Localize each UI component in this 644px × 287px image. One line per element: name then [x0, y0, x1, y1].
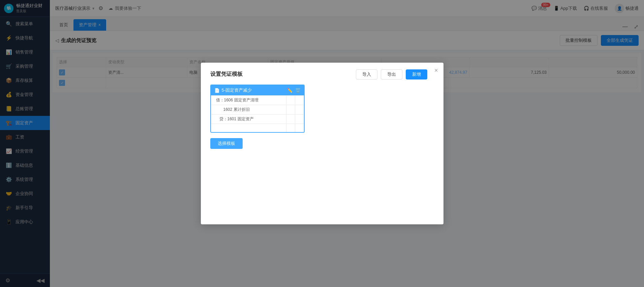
choose-template-btn[interactable]: 选择模板	[210, 138, 243, 149]
template-delete-icon[interactable]: 🗑️	[295, 88, 301, 93]
template-name: 5-固定资产减少	[222, 87, 252, 93]
new-template-btn[interactable]: 新增	[406, 69, 427, 79]
template-table-row: 贷：1601 固定资产	[211, 115, 304, 124]
template-table: 借：1606 固定资产清理 1602 累计折旧 贷：1601 固定资产	[211, 95, 304, 132]
modal-overlay: 设置凭证模板 导入 导出 新增 × 📄 5-固定资产减少 ✏️ 🗑️	[0, 0, 644, 287]
template-table-row: 1602 累计折旧	[211, 105, 304, 115]
modal-toolbar: 导入 导出 新增	[356, 69, 427, 79]
debit-prefix: 借：1606 固定资产清理	[211, 96, 286, 105]
template-card-header-actions: ✏️ 🗑️	[287, 88, 301, 93]
empty-col2	[286, 124, 295, 132]
choose-btn-area: 选择模板	[210, 138, 434, 149]
modal-dialog: 设置凭证模板 导入 导出 新增 × 📄 5-固定资产减少 ✏️ 🗑️	[201, 63, 443, 224]
template-card-header-left: 📄 5-固定资产减少	[214, 87, 252, 93]
debit2-amount-col1	[286, 105, 295, 115]
template-doc-icon: 📄	[214, 88, 220, 93]
template-card-body: 借：1606 固定资产清理 1602 累计折旧 贷：1601 固定资产	[211, 95, 304, 132]
template-card: 📄 5-固定资产减少 ✏️ 🗑️ 借：1606 固定资产清理	[210, 85, 305, 133]
credit-prefix: 贷：1601 固定资产	[211, 115, 286, 124]
debit2-amount-col2	[295, 105, 304, 115]
export-btn[interactable]: 导出	[381, 69, 402, 79]
template-container: 📄 5-固定资产减少 ✏️ 🗑️ 借：1606 固定资产清理	[210, 85, 434, 133]
empty-col1	[211, 124, 286, 132]
template-edit-icon[interactable]: ✏️	[287, 88, 293, 93]
modal-close-btn[interactable]: ×	[434, 67, 438, 73]
import-btn[interactable]: 导入	[356, 69, 377, 79]
template-card-header: 📄 5-固定资产减少 ✏️ 🗑️	[211, 85, 304, 95]
empty-col3	[295, 124, 304, 132]
template-table-row-empty	[211, 124, 304, 132]
debit-amount-col1	[286, 96, 295, 105]
template-table-row: 借：1606 固定资产清理	[211, 96, 304, 105]
credit-amount-col1	[286, 115, 295, 124]
debit-item2: 1602 累计折旧	[211, 105, 286, 115]
credit-amount-col2	[295, 115, 304, 124]
debit-amount-col2	[295, 96, 304, 105]
